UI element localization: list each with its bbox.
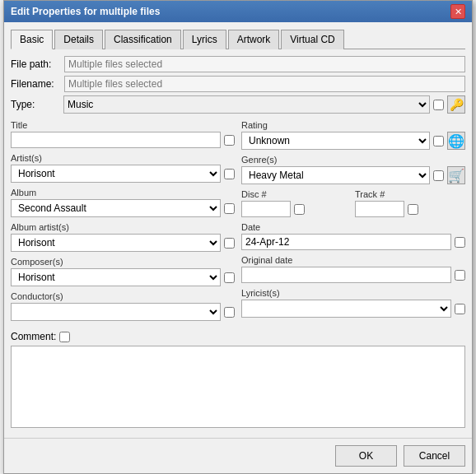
album-label: Album xyxy=(11,188,235,198)
title-row: Title xyxy=(11,120,235,148)
filepath-input[interactable] xyxy=(64,56,465,72)
title-input[interactable] xyxy=(11,132,221,148)
track-checkbox[interactable] xyxy=(408,204,418,215)
tab-virtual-cd[interactable]: Virtual CD xyxy=(281,30,343,49)
rating-inline: Unknown 1 Star 2 Stars 3 Stars 4 Stars 5… xyxy=(241,132,465,150)
comment-textarea[interactable] xyxy=(12,346,464,427)
date-inline xyxy=(241,234,465,250)
main-fields: Title Artist(s) Horisont xyxy=(11,120,465,326)
tab-details[interactable]: Details xyxy=(54,30,103,49)
album-checkbox[interactable] xyxy=(224,203,235,214)
artists-label: Artist(s) xyxy=(11,153,235,163)
type-label: Type: xyxy=(11,99,60,110)
filepath-row: File path: xyxy=(11,56,465,72)
composer-row: Composer(s) Horisont xyxy=(11,257,235,286)
date-input[interactable] xyxy=(241,234,451,250)
tab-bar: Basic Details Classification Lyrics Artw… xyxy=(11,29,465,49)
disc-checkbox[interactable] xyxy=(294,204,305,215)
genre-icon-button[interactable]: 🛒 xyxy=(447,166,465,184)
genre-row: Genre(s) Heavy Metal Rock Pop 🛒 xyxy=(241,155,465,184)
ok-button[interactable]: OK xyxy=(335,445,397,467)
comment-checkbox[interactable] xyxy=(59,332,70,342)
dialog-title: Edit Properties for multiple files xyxy=(11,6,160,17)
original-date-checkbox[interactable] xyxy=(455,270,465,281)
date-label: Date xyxy=(241,222,465,232)
filename-row: Filename: xyxy=(11,76,465,92)
dialog-footer: OK Cancel xyxy=(4,438,472,473)
original-date-label: Original date xyxy=(241,255,465,265)
lyricist-row: Lyricist(s) xyxy=(241,288,465,318)
key-icon: 🔑 xyxy=(450,98,464,111)
conductor-checkbox[interactable] xyxy=(224,307,235,318)
globe-icon: 🌐 xyxy=(448,133,464,149)
artists-inline: Horisont xyxy=(11,165,235,183)
left-column: Title Artist(s) Horisont xyxy=(11,120,235,326)
filepath-label: File path: xyxy=(11,58,64,70)
rating-checkbox[interactable] xyxy=(433,136,444,146)
composer-inline: Horisont xyxy=(11,268,235,286)
conductor-select[interactable] xyxy=(11,303,221,321)
album-artist-inline: Horisont xyxy=(11,234,235,252)
title-checkbox[interactable] xyxy=(224,135,235,146)
artists-checkbox[interactable] xyxy=(224,169,235,179)
disc-label: Disc # xyxy=(241,189,352,199)
album-artist-checkbox[interactable] xyxy=(224,238,235,249)
disc-track-row: Disc # Track # xyxy=(241,189,465,217)
album-artist-select[interactable]: Horisont xyxy=(11,234,221,252)
type-select[interactable]: Music Audio Book Podcast xyxy=(63,95,430,114)
rating-label: Rating xyxy=(241,120,465,130)
dialog-body: Basic Details Classification Lyrics Artw… xyxy=(4,22,472,434)
original-date-input[interactable] xyxy=(241,267,451,283)
album-artist-label: Album artist(s) xyxy=(11,222,235,232)
cancel-button[interactable]: Cancel xyxy=(404,445,465,467)
genre-label: Genre(s) xyxy=(241,155,465,165)
genre-checkbox[interactable] xyxy=(433,170,444,181)
artists-row: Artist(s) Horisont xyxy=(11,153,235,183)
cart-icon: 🛒 xyxy=(448,168,464,184)
composer-select[interactable]: Horisont xyxy=(11,268,221,286)
composer-checkbox[interactable] xyxy=(224,272,235,283)
type-checkbox[interactable] xyxy=(433,100,444,110)
lyricist-checkbox[interactable] xyxy=(455,304,465,314)
track-input[interactable] xyxy=(355,201,404,217)
album-select[interactable]: Second Assault xyxy=(11,199,221,217)
rating-row: Rating Unknown 1 Star 2 Stars 3 Stars 4 … xyxy=(241,120,465,150)
conductor-inline xyxy=(11,303,235,321)
tab-artwork[interactable]: Artwork xyxy=(228,30,280,49)
type-icon-button[interactable]: 🔑 xyxy=(447,95,465,114)
comment-area-container xyxy=(11,346,465,428)
type-row: Type: Music Audio Book Podcast 🔑 xyxy=(11,95,465,114)
conductor-row: Conductor(s) xyxy=(11,291,235,321)
composer-label: Composer(s) xyxy=(11,257,235,267)
right-column: Rating Unknown 1 Star 2 Stars 3 Stars 4 … xyxy=(241,120,465,326)
genre-select[interactable]: Heavy Metal Rock Pop xyxy=(241,166,430,184)
artists-select[interactable]: Horisont xyxy=(11,165,221,183)
lyricist-label: Lyricist(s) xyxy=(241,288,465,298)
tab-classification[interactable]: Classification xyxy=(105,30,181,49)
tab-basic[interactable]: Basic xyxy=(11,30,53,49)
date-checkbox[interactable] xyxy=(455,237,465,248)
album-row: Album Second Assault xyxy=(11,188,235,217)
track-label: Track # xyxy=(355,189,465,199)
comment-label: Comment: xyxy=(11,331,56,342)
rating-select[interactable]: Unknown 1 Star 2 Stars 3 Stars 4 Stars 5… xyxy=(241,132,430,150)
close-button[interactable]: ✕ xyxy=(450,4,465,19)
title-label: Title xyxy=(11,120,235,130)
album-inline: Second Assault xyxy=(11,199,235,217)
album-artist-row: Album artist(s) Horisont xyxy=(11,222,235,252)
date-row: Date xyxy=(241,222,465,250)
lyricist-inline xyxy=(241,300,465,318)
genre-inline: Heavy Metal Rock Pop 🛒 xyxy=(241,166,465,184)
track-group: Track # xyxy=(355,189,465,217)
title-bar: Edit Properties for multiple files ✕ xyxy=(4,1,472,22)
original-date-inline xyxy=(241,267,465,283)
filename-label: Filename: xyxy=(11,78,64,90)
tab-lyrics[interactable]: Lyrics xyxy=(183,30,226,49)
disc-input[interactable] xyxy=(241,201,291,217)
lyricist-select[interactable] xyxy=(241,300,451,318)
original-date-row: Original date xyxy=(241,255,465,283)
conductor-label: Conductor(s) xyxy=(11,291,235,301)
rating-icon-button[interactable]: 🌐 xyxy=(447,132,465,150)
filename-input[interactable] xyxy=(64,76,465,92)
comment-label-row: Comment: xyxy=(11,331,465,342)
